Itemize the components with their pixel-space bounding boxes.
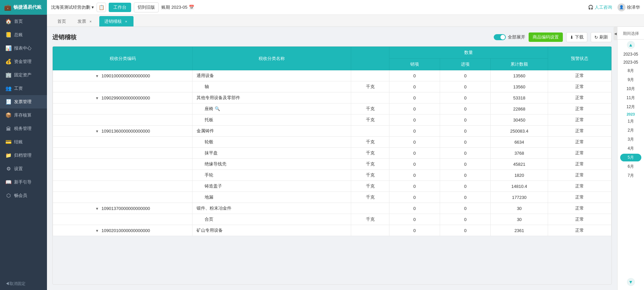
table-row: 地漏 千克 0 0 177230 正常 bbox=[53, 192, 611, 203]
cell-code: ▼ 10902010000000000000 bbox=[53, 225, 193, 236]
tab-reconcile-close[interactable]: × bbox=[124, 19, 128, 24]
member-icon: ⬡ bbox=[5, 193, 11, 199]
sidebar-item-invoice[interactable]: 🧾 发票管理 bbox=[0, 95, 47, 108]
period-item-1[interactable]: 1月 bbox=[618, 117, 644, 126]
user-menu[interactable]: 👤 徐泽华 bbox=[618, 3, 640, 11]
cell-total: 3768 bbox=[491, 148, 548, 159]
tab-reconcile[interactable]: 进销稽核 × bbox=[99, 16, 133, 26]
cell-unit: 千克 bbox=[351, 137, 389, 148]
download-button[interactable]: ⬇ 下载 bbox=[566, 32, 587, 42]
old-version-button[interactable]: 切到旧版 bbox=[134, 2, 159, 12]
sidebar-item-home[interactable]: 🏠 首页 bbox=[0, 15, 47, 28]
cell-total: 53318 bbox=[491, 92, 548, 103]
sidebar-item-member[interactable]: ⬡ 畅会员 bbox=[0, 189, 47, 202]
table-row: 绝缘导线壳 千克 0 0 45821 正常 bbox=[53, 159, 611, 170]
service-button[interactable]: 🎧 人工咨询 bbox=[588, 4, 612, 10]
expand-icon[interactable]: ▼ bbox=[95, 129, 99, 133]
period-item-7[interactable]: 7月 bbox=[618, 171, 644, 180]
sidebar-item-general-ledger[interactable]: 📒 总账 bbox=[0, 28, 47, 42]
sidebar-item-inventory[interactable]: 📦 库存核算 bbox=[0, 108, 47, 122]
page-actions: 全部展开 商品编码设置 ⬇ 下载 ↻ 刷新 bbox=[494, 32, 612, 42]
cell-total: 45821 bbox=[491, 159, 548, 170]
cell-total: 1820 bbox=[491, 170, 548, 181]
cell-status: 正常 bbox=[548, 170, 611, 181]
sidebar-item-label: 资金管理 bbox=[14, 59, 32, 65]
inventory-icon: 📦 bbox=[5, 112, 11, 118]
period-item-4[interactable]: 4月 bbox=[618, 144, 644, 153]
collapse-panel-button[interactable]: ◀ bbox=[613, 27, 618, 40]
period-up-button[interactable]: ▲ bbox=[627, 41, 635, 49]
sidebar-item-label: 库存核算 bbox=[14, 112, 32, 118]
product-code-button[interactable]: 商品编码设置 bbox=[529, 32, 563, 42]
period-item-9[interactable]: 9月 bbox=[618, 75, 644, 84]
right-panel: ◀ 期间选择 ▲ 2023-05 2023-05 8月 9月 10月 11月 1… bbox=[617, 27, 644, 290]
period-item-6[interactable]: 6月 bbox=[618, 162, 644, 171]
sidebar-item-tax[interactable]: 🏛 税务管理 bbox=[0, 122, 47, 135]
expand-toggle[interactable]: 全部展开 bbox=[494, 34, 525, 40]
cell-total: 13560 bbox=[491, 70, 548, 81]
expand-icon[interactable]: ▼ bbox=[95, 96, 99, 100]
cell-sales: 0 bbox=[389, 192, 440, 203]
period-item-2023-05-2[interactable]: 2023-05 bbox=[618, 58, 644, 66]
company-selector[interactable]: 沈海英测试经营勿删 ▾ bbox=[51, 4, 94, 10]
tax-icon: 🏛 bbox=[5, 126, 11, 132]
expand-icon[interactable]: ▼ bbox=[95, 74, 99, 78]
sidebar-item-guide[interactable]: 📖 新手引导 bbox=[0, 175, 47, 189]
archive-button[interactable]: 📋 bbox=[97, 3, 106, 12]
cell-unit: 千克 bbox=[351, 181, 389, 192]
cell-status: 正常 bbox=[548, 214, 611, 225]
refresh-button[interactable]: ↻ 刷新 bbox=[591, 32, 612, 42]
table-row: 合页 千克 0 0 30 正常 bbox=[53, 214, 611, 225]
tab-home[interactable]: 首页 bbox=[52, 16, 71, 26]
sidebar-item-funds[interactable]: 💰 资金管理 bbox=[0, 55, 47, 68]
logo-icon: 💼 bbox=[4, 4, 11, 11]
toggle-switch[interactable] bbox=[494, 34, 506, 40]
guide-icon: 📖 bbox=[5, 179, 11, 185]
table-row: ▼ 10902010000000000000 矿山专用设备 0 0 2361 正… bbox=[53, 225, 611, 236]
sidebar-item-payroll[interactable]: 👥 工资 bbox=[0, 82, 47, 95]
download-icon: ⬇ bbox=[570, 35, 574, 40]
cell-sales: 0 bbox=[389, 70, 440, 81]
table-row: ▼ 10901370000000000000 锻件、粉末冶金件 0 0 30 正… bbox=[53, 203, 611, 214]
cell-unit bbox=[351, 225, 389, 236]
period-item-10[interactable]: 10月 bbox=[618, 84, 644, 93]
cell-purchase: 0 bbox=[440, 159, 491, 170]
tab-invoice-close[interactable]: × bbox=[88, 19, 93, 24]
cell-name: 金属铸件 bbox=[193, 126, 351, 137]
calendar-icon[interactable]: 📅 bbox=[189, 5, 194, 10]
cell-sales: 0 bbox=[389, 170, 440, 181]
cell-code bbox=[53, 137, 193, 148]
table-container: 税收分类编码 税收分类名称 数量 预警状态 销项 进项 累计数额 bbox=[52, 46, 612, 285]
period-item-5-active[interactable]: 5月 bbox=[620, 154, 641, 161]
search-icon[interactable]: 🔍 bbox=[215, 106, 220, 111]
period-item-2023-05-1[interactable]: 2023-05 bbox=[618, 50, 644, 58]
sidebar-item-label: 设置 bbox=[14, 166, 23, 172]
tab-invoice[interactable]: 发票 × bbox=[72, 16, 98, 26]
period-item-2[interactable]: 2月 bbox=[618, 126, 644, 135]
cell-name: 通用设备 bbox=[193, 70, 351, 81]
sidebar-item-archive[interactable]: 📁 归档管理 bbox=[0, 149, 47, 162]
expand-icon[interactable]: ▼ bbox=[95, 229, 99, 233]
sidebar-item-fixed-assets[interactable]: 🏢 固定资产 bbox=[0, 68, 47, 82]
period-item-8[interactable]: 8月 bbox=[618, 66, 644, 75]
cell-code bbox=[53, 192, 193, 203]
period-item-3[interactable]: 3月 bbox=[618, 135, 644, 144]
unpin-label: ◀取消固定 bbox=[5, 281, 25, 287]
refresh-label: 刷新 bbox=[599, 34, 608, 40]
workbench-button[interactable]: 工作台 bbox=[109, 3, 131, 12]
year-2023-label: 2023 bbox=[618, 112, 644, 117]
sidebar-item-settings[interactable]: ⚙ 设置 bbox=[0, 162, 47, 175]
expand-icon[interactable]: ▼ bbox=[95, 207, 99, 211]
sidebar-item-label: 发票管理 bbox=[14, 99, 32, 105]
sidebar-item-settlement[interactable]: 💳 结账 bbox=[0, 135, 47, 149]
period-down-button[interactable]: ▼ bbox=[627, 278, 635, 286]
cell-total: 6634 bbox=[491, 137, 548, 148]
unpin-sidebar-button[interactable]: ◀取消固定 bbox=[0, 278, 47, 290]
cell-code bbox=[53, 148, 193, 159]
period-item-12[interactable]: 12月 bbox=[618, 102, 644, 112]
cell-total: 2361 bbox=[491, 225, 548, 236]
sidebar-item-reports[interactable]: 📊 报表中心 bbox=[0, 42, 47, 55]
table-row: ▼ 10901360000000000000 金属铸件 0 0 250083.4… bbox=[53, 126, 611, 137]
invoice-icon: 🧾 bbox=[5, 99, 11, 105]
period-item-11[interactable]: 11月 bbox=[618, 93, 644, 102]
